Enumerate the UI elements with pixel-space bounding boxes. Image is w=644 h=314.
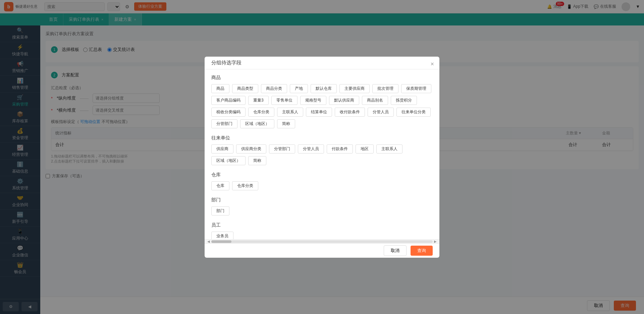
modal-cancel-button[interactable]: 取消 [384,245,407,256]
field-tag-1-4[interactable]: 付款条件 [327,144,353,153]
field-tag-0-13[interactable]: 商品别名 [362,96,388,105]
field-tags-4: 业务员 [211,232,433,239]
modal-horizontal-scrollbar[interactable]: ◀ ▶ [205,239,439,243]
field-tag-0-0[interactable]: 商品 [211,84,229,93]
modal: 分组待选字段 × 商品商品商品类型商品分类产地默认仓库主要供应商批次管理保质期管… [205,57,439,258]
field-tag-0-9[interactable]: 重量3 [248,96,269,105]
field-tag-0-21[interactable]: 往来单位分类 [396,108,431,117]
field-section-0: 商品商品商品类型商品分类产地默认仓库主要供应商批次管理保质期管理客户商品编码重量… [211,75,433,128]
field-tag-0-18[interactable]: 结算单位 [306,108,332,117]
field-tags-1: 供应商供应商分类分管部门分管人员付款条件地区主联系人区域（地区）简称 [211,144,433,165]
field-tag-0-24[interactable]: 简称 [277,119,295,128]
modal-header: 分组待选字段 × [205,57,439,70]
field-tag-0-14[interactable]: 拣货积分 [391,96,417,105]
hscroll-right-arrow[interactable]: ▶ [433,240,438,243]
modal-overlay: 分组待选字段 × 商品商品商品类型商品分类产地默认仓库主要供应商批次管理保质期管… [0,0,644,314]
field-tag-0-7[interactable]: 保质期管理 [401,84,431,93]
field-tag-1-3[interactable]: 分管人员 [298,144,324,153]
field-tag-0-5[interactable]: 主要供应商 [339,84,370,93]
field-tag-4-0[interactable]: 业务员 [211,232,233,239]
field-tag-0-3[interactable]: 产地 [290,84,308,93]
field-tag-0-16[interactable]: 仓库分类 [248,108,274,117]
hscroll-left-arrow[interactable]: ◀ [206,240,211,243]
field-tags-2: 仓库仓库分类 [211,181,433,190]
field-section-2: 仓库仓库仓库分类 [211,172,433,190]
section-title-0: 商品 [211,75,433,81]
field-tag-0-1[interactable]: 商品类型 [232,84,258,93]
field-tag-2-0[interactable]: 仓库 [211,181,229,190]
field-section-3: 部门部门 [211,197,433,215]
field-tags-0: 商品商品类型商品分类产地默认仓库主要供应商批次管理保质期管理客户商品编码重量3零… [211,84,433,128]
modal-confirm-button[interactable]: 查询 [411,246,433,256]
hscroll-thumb[interactable] [211,240,231,243]
field-tag-1-1[interactable]: 供应商分类 [236,144,266,153]
field-tag-1-2[interactable]: 分管部门 [269,144,295,153]
field-tag-0-23[interactable]: 区域（地区） [240,119,274,128]
field-tag-0-6[interactable]: 批次管理 [372,84,398,93]
field-tags-3: 部门 [211,206,433,215]
field-tag-0-12[interactable]: 默认供应商 [329,96,359,105]
field-tag-1-0[interactable]: 供应商 [211,144,233,153]
modal-title: 分组待选字段 [211,60,241,66]
section-title-4: 员工 [211,222,433,228]
hscroll-track[interactable] [211,240,433,243]
field-tag-0-4[interactable]: 默认仓库 [311,84,337,93]
field-tag-0-11[interactable]: 规格型号 [300,96,326,105]
field-tag-0-2[interactable]: 商品分类 [261,84,287,93]
modal-close-button[interactable]: × [430,61,434,68]
field-section-1: 往来单位供应商供应商分类分管部门分管人员付款条件地区主联系人区域（地区）简称 [211,135,433,165]
field-tag-0-15[interactable]: 税收分类编码 [211,108,246,117]
field-tag-0-20[interactable]: 分管人员 [368,108,394,117]
field-tag-0-19[interactable]: 收付款条件 [335,108,365,117]
field-tag-1-7[interactable]: 区域（地区） [211,156,246,165]
field-section-4: 员工业务员 [211,222,433,239]
field-tag-0-8[interactable]: 客户商品编码 [211,96,246,105]
field-tag-1-6[interactable]: 主联系人 [376,144,402,153]
field-tag-0-22[interactable]: 分管部门 [211,119,237,128]
section-title-3: 部门 [211,197,433,203]
field-tag-0-10[interactable]: 零售单位 [271,96,298,105]
field-tag-1-8[interactable]: 简称 [248,156,266,165]
section-title-2: 仓库 [211,172,433,178]
field-tag-1-5[interactable]: 地区 [356,144,374,153]
field-tag-0-17[interactable]: 主联系人 [277,108,303,117]
modal-body[interactable]: 商品商品商品类型商品分类产地默认仓库主要供应商批次管理保质期管理客户商品编码重量… [205,69,439,239]
modal-footer: 取消 查询 [205,243,439,257]
field-tag-2-1[interactable]: 仓库分类 [232,181,258,190]
section-title-1: 往来单位 [211,135,433,141]
field-tag-3-0[interactable]: 部门 [211,206,229,215]
